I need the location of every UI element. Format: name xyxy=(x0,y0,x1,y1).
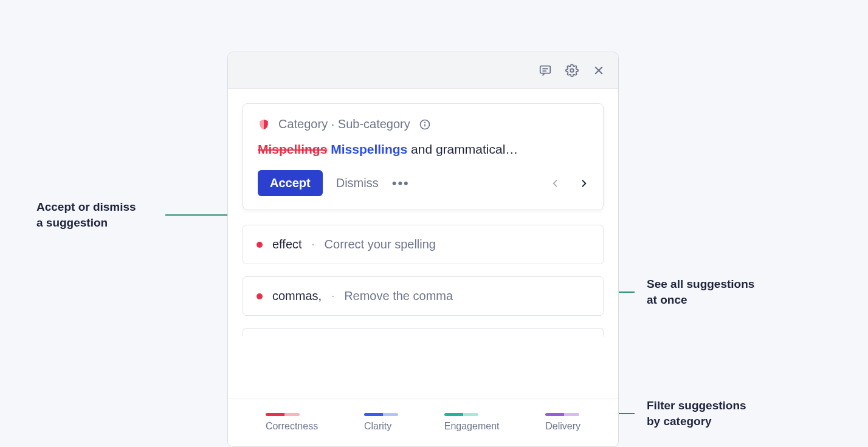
filter-bar: Correctness Clarity Engagement Delivery xyxy=(228,398,618,446)
correctness-dot-icon xyxy=(257,242,263,248)
filter-bar-icon xyxy=(545,413,579,416)
filter-label: Delivery xyxy=(545,421,580,432)
dismiss-button[interactable]: Dismiss xyxy=(336,176,379,190)
more-options-icon[interactable]: ••• xyxy=(392,176,410,191)
filter-label: Clarity xyxy=(364,421,391,432)
annotation-text: See all suggestions at once xyxy=(647,276,780,307)
trailing-text: and grammatical… xyxy=(411,142,518,156)
nav-arrows xyxy=(551,179,588,188)
collapsed-word: commas, xyxy=(272,289,322,303)
annotation-see-all: See all suggestions at once xyxy=(609,276,780,307)
annotation-line xyxy=(616,413,635,414)
shield-icon xyxy=(258,118,270,131)
correct-word: Misspellings xyxy=(331,142,407,156)
suggestion-card-expanded: Category · Sub-category Mispellings Miss… xyxy=(243,103,604,210)
category-row: Category · Sub-category xyxy=(258,117,588,131)
suggestion-card-collapsed[interactable]: commas, · Remove the comma xyxy=(243,276,604,316)
svg-rect-0 xyxy=(540,66,551,73)
suggestion-card-collapsed[interactable]: effect · Correct your spelling xyxy=(243,225,604,264)
annotation-line xyxy=(616,292,635,293)
next-arrow-icon[interactable] xyxy=(579,179,588,188)
filter-label: Correctness xyxy=(266,421,318,432)
svg-point-8 xyxy=(424,122,425,123)
comment-icon[interactable] xyxy=(538,63,553,78)
category-label: Category · Sub-category xyxy=(278,117,410,131)
gear-icon[interactable] xyxy=(565,63,579,78)
annotation-line xyxy=(165,214,236,216)
filter-label: Engagement xyxy=(444,421,500,432)
collapsed-hint: Remove the comma xyxy=(344,289,453,303)
prev-arrow-icon[interactable] xyxy=(551,179,560,188)
suggestion-card-partial[interactable] xyxy=(243,328,604,336)
accept-button[interactable]: Accept xyxy=(258,170,323,196)
correctness-dot-icon xyxy=(257,293,263,299)
action-row: Accept Dismiss ••• xyxy=(258,170,588,196)
filter-bar-icon xyxy=(364,413,398,416)
annotation-accept-dismiss: Accept or dismiss a suggestion xyxy=(36,199,243,230)
separator: · xyxy=(331,290,334,302)
suggestion-text: Mispellings Misspellings and grammatical… xyxy=(258,142,588,157)
annotation-filter-category: Filter suggestions by category xyxy=(609,398,793,429)
separator: · xyxy=(312,238,315,251)
annotation-text: Accept or dismiss a suggestion xyxy=(36,199,158,230)
filter-bar-icon xyxy=(266,413,300,416)
close-icon[interactable] xyxy=(591,63,606,78)
strike-word: Mispellings xyxy=(258,142,327,156)
svg-point-3 xyxy=(570,69,574,72)
filter-engagement[interactable]: Engagement xyxy=(444,413,500,432)
collapsed-hint: Correct your spelling xyxy=(325,237,436,251)
filter-bar-icon xyxy=(444,413,478,416)
filter-correctness[interactable]: Correctness xyxy=(266,413,318,432)
annotation-text: Filter suggestions by category xyxy=(647,398,793,429)
filter-delivery[interactable]: Delivery xyxy=(545,413,580,432)
filter-clarity[interactable]: Clarity xyxy=(364,413,398,432)
suggestions-panel: Category · Sub-category Mispellings Miss… xyxy=(227,52,619,447)
collapsed-word: effect xyxy=(272,237,302,251)
panel-header xyxy=(228,52,618,89)
info-icon[interactable] xyxy=(419,118,431,131)
